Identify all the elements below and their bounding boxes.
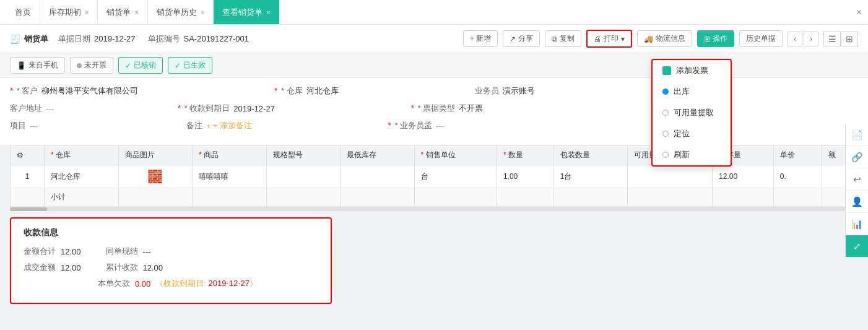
subtotal-label-text: 小计 <box>45 188 119 207</box>
transaction-value: 12.00 <box>61 263 81 272</box>
tab-home[interactable]: 首页 <box>6 0 40 24</box>
close-sales-order[interactable]: × <box>134 9 138 16</box>
tab-inventory-init[interactable]: 库存期初 × <box>40 0 98 24</box>
check-icon: ✓ <box>125 61 131 70</box>
transaction-field: 成交金额 12.00 <box>24 262 81 273</box>
ticket-type-label: * * 票据类型 <box>411 103 455 114</box>
right-icon-user[interactable]: 👤 <box>846 191 868 213</box>
staff-value: --- <box>436 121 444 131</box>
available-extract-item[interactable]: 可用量提取 <box>653 102 731 123</box>
warehouse-value: 河北仓库 <box>306 85 339 97</box>
balance-note: （收款到期日: 2019-12-27） <box>155 278 258 289</box>
note-label: 备注 <box>186 120 202 131</box>
right-icon-return[interactable]: ↩ <box>846 168 868 191</box>
copy-icon: ⧉ <box>552 35 557 43</box>
tab-view-sales[interactable]: 查看销货单 × <box>214 0 279 24</box>
payment-row-2: 成交金额 12.00 累计收款 12.00 <box>24 262 318 273</box>
tab-sales-order[interactable]: 销货单 × <box>98 0 147 24</box>
subtotal-product <box>193 188 267 207</box>
history-label: 历史单据 <box>746 33 776 44</box>
balance-value: 0.00 <box>135 279 150 289</box>
print-button[interactable]: 🖨 打印 ▾ <box>586 30 632 48</box>
grid-view-button[interactable]: ⊞ <box>841 32 858 46</box>
right-icon-link[interactable]: 🔗 <box>846 146 868 168</box>
col-image: 商品图片 <box>118 145 193 165</box>
doc-title: 🧾 销货单 <box>10 33 48 45</box>
add-button[interactable]: + 新增 <box>463 30 498 47</box>
table-row: 1 河北仓库 🧱 嘻嘻嘻嘻 台 1.00 1台 12.00 0. <box>11 165 857 188</box>
address-field: 客户地址 --- <box>10 103 54 114</box>
col-spec: 规格型号 <box>266 145 341 165</box>
outbound-icon <box>662 89 669 95</box>
project-label: 项目 <box>10 120 26 131</box>
doc-number-value: SA-20191227-001 <box>184 34 250 43</box>
history-button[interactable]: 历史单据 <box>739 30 783 47</box>
add-note-button[interactable]: + + 添加备注 <box>206 120 252 131</box>
cumulative-label: 累计收款 <box>106 262 138 273</box>
copy-label: 复制 <box>560 33 575 44</box>
doc-number-field: 单据编号 SA-20191227-001 <box>148 33 250 45</box>
share-button[interactable]: ↗ 分享 <box>503 30 540 47</box>
verified-button[interactable]: ✓ 已核销 <box>118 57 163 74</box>
row-price: 0. <box>773 165 822 188</box>
prev-button[interactable]: ‹ <box>788 32 802 46</box>
col-gear: ⚙ <box>11 145 45 165</box>
not-open-button[interactable]: 未开票 <box>70 57 113 74</box>
add-invoice-item[interactable]: 添加发票 <box>653 60 731 81</box>
row-product: 嘻嘻嘻嘻 <box>193 165 267 188</box>
add-icon: + <box>206 121 211 131</box>
refresh-item[interactable]: 刷新 <box>653 144 731 165</box>
customer-label: * * 客户 <box>10 85 38 97</box>
add-invoice-label: 添加发票 <box>676 65 708 76</box>
warehouse-field: * * 仓库 河北仓库 <box>274 85 338 97</box>
effective-button[interactable]: ✓ 已生效 <box>168 57 212 74</box>
due-date-field: * * 收款到期日 2019-12-27 <box>178 103 275 114</box>
doc-date-value: 2019-12-27 <box>94 34 136 43</box>
col-unit: * 销售单位 <box>414 145 497 165</box>
doc-header: 🧾 销货单 单据日期 2019-12-27 单据编号 SA-20191227-0… <box>0 25 868 53</box>
copy-button[interactable]: ⧉ 复制 <box>545 30 581 47</box>
logistics-button[interactable]: 🚚 物流信息 <box>637 30 692 47</box>
balance-field: 本单欠款 0.00 （收款到期日: 2019-12-27） <box>98 278 258 289</box>
form-section: * * 客户 柳州粤港平安气体有限公司 * * 仓库 河北仓库 业务员 演示账号… <box>0 78 868 145</box>
not-open-icon <box>77 63 82 68</box>
right-icon-doc[interactable]: 📄 <box>846 124 868 146</box>
right-icons-panel: 📄 🔗 ↩ 👤 📊 ⤢ <box>845 124 868 258</box>
settings-icon: ⚙ <box>17 151 24 160</box>
outbound-item[interactable]: 出库 <box>653 81 731 102</box>
cumulative-field: 累计收款 12.00 <box>106 262 163 273</box>
effective-icon: ✓ <box>175 61 181 70</box>
close-sales-history[interactable]: × <box>201 9 204 16</box>
scroll-bar[interactable] <box>10 207 858 211</box>
staff-field: * * 业务员孟 --- <box>388 120 444 131</box>
nav-arrows: ‹ › <box>788 32 818 46</box>
staff-label: * * 业务员孟 <box>388 120 432 131</box>
total-value: 12.00 <box>61 247 81 256</box>
view-toggle: ☰ ⊞ <box>823 32 858 46</box>
locate-icon <box>662 131 669 137</box>
right-icon-expand[interactable]: ⤢ <box>846 235 868 258</box>
doc-title-text: 销货单 <box>24 33 48 45</box>
right-icon-chart[interactable]: 📊 <box>846 213 868 235</box>
payment-box: 收款信息 金额合计 12.00 同单现结 --- 成交金额 12.00 累计收款… <box>10 217 332 304</box>
col-pack-qty: 包装数量 <box>553 145 628 165</box>
subtotal-image <box>118 188 193 207</box>
share-label: 分享 <box>518 33 533 44</box>
from-phone-button[interactable]: 📱 来自手机 <box>10 57 65 74</box>
close-inventory-init[interactable]: × <box>85 9 89 16</box>
ops-icon: ⊞ <box>704 35 710 43</box>
salesperson-value: 演示账号 <box>503 85 535 97</box>
subtotal-label <box>11 188 45 207</box>
locate-item[interactable]: 定位 <box>653 123 731 144</box>
payment-row-1: 金额合计 12.00 同单现结 --- <box>24 246 318 257</box>
list-view-button[interactable]: ☰ <box>823 32 841 46</box>
total-field: 金额合计 12.00 <box>24 246 81 257</box>
window-close-button[interactable]: × <box>856 7 862 18</box>
subtotal-quantity <box>497 188 553 207</box>
tab-sales-history[interactable]: 销货单历史 × <box>148 0 214 24</box>
next-button[interactable]: › <box>804 32 818 46</box>
ops-button[interactable]: ⊞ 操作 <box>697 30 734 47</box>
close-view-sales[interactable]: × <box>266 9 270 16</box>
scroll-thumb[interactable] <box>10 207 47 211</box>
project-value: --- <box>30 121 38 131</box>
